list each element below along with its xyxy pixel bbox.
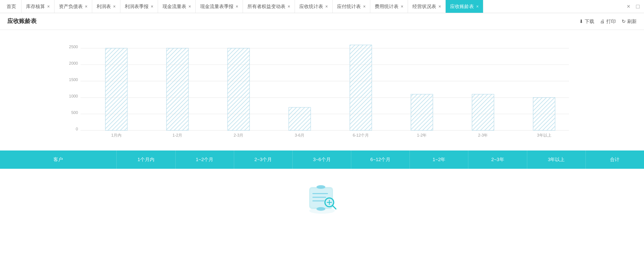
table-header-cell-8: 3年以上 [527, 150, 586, 169]
page-title: 应收账龄表 [7, 18, 37, 25]
table-header-cell-1: 1个月内 [117, 150, 175, 169]
bar-2-3month [228, 48, 250, 130]
bar-1-2month [166, 48, 188, 130]
svg-text:0: 0 [76, 127, 78, 131]
tab-close-profit[interactable]: × [113, 4, 116, 9]
tab-close-receivable-stat[interactable]: × [325, 4, 328, 9]
print-button[interactable]: 🖨 打印 [600, 18, 616, 25]
page-actions: ⬇ 下载 🖨 打印 ↻ 刷新 [579, 18, 637, 25]
download-icon: ⬇ [579, 19, 583, 24]
table-header-cell-9: 合计 [586, 150, 644, 169]
bar-2-3year [472, 94, 494, 130]
tab-close-aging-report[interactable]: × [476, 4, 479, 9]
svg-text:2500: 2500 [69, 45, 78, 49]
download-button[interactable]: ⬇ 下载 [579, 18, 594, 25]
tab-bar-end: × □ [624, 3, 643, 10]
page-header: 应收账龄表 ⬇ 下载 🖨 打印 ↻ 刷新 [0, 13, 644, 30]
bar-1month [105, 48, 127, 130]
svg-text:6-12个月: 6-12个月 [353, 133, 369, 137]
tab-close-equity-change[interactable]: × [288, 4, 290, 9]
bar-6-12month [350, 45, 372, 130]
tab-profit[interactable]: 利润表× [92, 0, 120, 13]
window-close-icon[interactable]: × [624, 3, 633, 10]
table-header: 客户1个月内1~2个月2~3个月3~6个月6~12个月1~2年2~3年3年以上合… [0, 150, 644, 169]
svg-point-31 [317, 185, 325, 189]
print-label: 打印 [606, 18, 616, 25]
tab-payable-stat[interactable]: 应付统计表× [333, 0, 370, 13]
tab-close-profit-quarterly[interactable]: × [151, 4, 153, 9]
tab-home[interactable]: 首页 [1, 0, 22, 13]
table-header-cell-2: 1~2个月 [176, 150, 234, 169]
refresh-button[interactable]: ↻ 刷新 [622, 18, 637, 25]
refresh-label: 刷新 [627, 18, 637, 25]
tab-close-payable-stat[interactable]: × [363, 4, 366, 9]
tab-inventory[interactable]: 库存核算× [22, 0, 55, 13]
chart-area: 0 500 1000 1500 2000 2500 1月内 1-2月 2 [0, 30, 644, 150]
tab-balance-sheet[interactable]: 资产负债表× [55, 0, 92, 13]
empty-state [0, 169, 644, 227]
table-header-cell-4: 3~6个月 [293, 150, 351, 169]
refresh-icon: ↻ [622, 19, 626, 24]
svg-text:3年以上: 3年以上 [537, 133, 551, 137]
svg-text:1500: 1500 [69, 77, 78, 82]
table-header-cell-7: 2~3年 [468, 150, 527, 169]
svg-text:2-3月: 2-3月 [234, 133, 244, 137]
bar-3-6month [289, 107, 311, 130]
tab-close-cashflow[interactable]: × [188, 4, 191, 9]
svg-text:500: 500 [71, 110, 78, 115]
table-header-cell-3: 2~3个月 [234, 150, 293, 169]
table-header-cell-6: 1~2年 [410, 150, 468, 169]
tab-receivable-stat[interactable]: 应收统计表× [295, 0, 333, 13]
tab-bar: 首页 库存核算×资产负债表×利润表×利润表季报×现金流量表×现金流量表季报×所有… [0, 0, 644, 13]
tab-close-expense-stat[interactable]: × [401, 4, 403, 9]
tab-operation-status[interactable]: 经营状况表× [408, 0, 446, 13]
svg-text:2-3年: 2-3年 [478, 133, 488, 137]
tab-cashflow-quarterly[interactable]: 现金流量表季报× [196, 0, 243, 13]
tab-close-operation-status[interactable]: × [438, 4, 441, 9]
page-content: 应收账龄表 ⬇ 下载 🖨 打印 ↻ 刷新 0 [0, 13, 644, 263]
window-maximize-icon[interactable]: □ [633, 3, 643, 10]
svg-text:2000: 2000 [69, 61, 78, 65]
tab-cashflow[interactable]: 现金流量表× [158, 0, 196, 13]
tab-close-inventory[interactable]: × [47, 4, 50, 9]
bar-chart-svg: 0 500 1000 1500 2000 2500 1月内 1-2月 2 [7, 37, 633, 147]
svg-point-32 [317, 207, 325, 211]
empty-icon [300, 180, 344, 216]
tab-profit-quarterly[interactable]: 利润表季报× [120, 0, 158, 13]
svg-text:1000: 1000 [69, 94, 78, 98]
tab-expense-stat[interactable]: 费用统计表× [370, 0, 408, 13]
table-header-cell-5: 6~12个月 [351, 150, 410, 169]
tab-close-balance-sheet[interactable]: × [85, 4, 87, 9]
tab-equity-change[interactable]: 所有者权益变动表× [243, 0, 295, 13]
svg-line-28 [333, 206, 336, 209]
svg-text:3-6月: 3-6月 [295, 133, 305, 137]
tab-aging-report[interactable]: 应收账龄表× [446, 0, 483, 13]
tab-close-cashflow-quarterly[interactable]: × [236, 4, 238, 9]
download-label: 下载 [585, 18, 594, 25]
print-icon: 🖨 [600, 19, 605, 24]
svg-text:1月内: 1月内 [111, 133, 121, 137]
bar-3plusyear [533, 98, 555, 130]
svg-text:1-2月: 1-2月 [173, 133, 183, 137]
bar-1-2year [411, 94, 433, 130]
svg-text:1-2年: 1-2年 [417, 133, 427, 137]
table-header-cell-0: 客户 [0, 150, 117, 169]
